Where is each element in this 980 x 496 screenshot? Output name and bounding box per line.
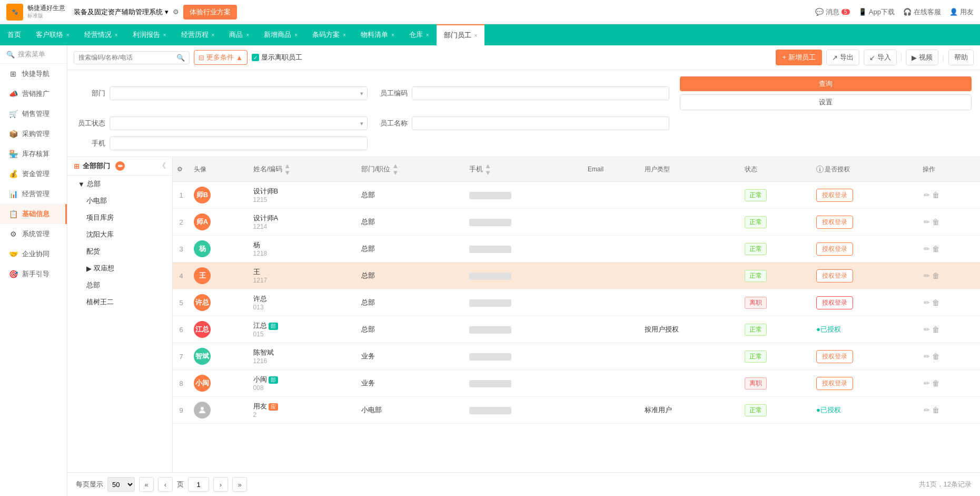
service-btn[interactable]: 🎧 在线客服 <box>903 7 941 17</box>
sidebar-item-basic-info[interactable]: 📋 基础信息 <box>0 204 67 224</box>
edit-icon[interactable]: ✏ <box>924 406 930 414</box>
auth-login-button[interactable]: 授权登录 <box>816 296 853 309</box>
delete-icon[interactable]: 🗑 <box>932 245 939 253</box>
auth-login-button[interactable]: 授权登录 <box>816 269 853 283</box>
edit-icon[interactable]: ✏ <box>924 352 930 361</box>
delete-icon[interactable]: 🗑 <box>932 352 939 361</box>
edit-icon[interactable]: ✏ <box>924 191 930 199</box>
sidebar-item-finance[interactable]: 💰 资金管理 <box>0 164 67 184</box>
edit-icon[interactable]: ✏ <box>924 298 930 307</box>
dept-edit-icon[interactable]: ✏ <box>115 161 125 171</box>
auth-login-button[interactable]: 授权登录 <box>816 377 853 390</box>
table-row: 9用友应2小电部标准用户正常●已授权✏🗑 <box>173 397 980 424</box>
sidebar-item-collab[interactable]: 🤝 企业协同 <box>0 244 67 264</box>
auth-login-button[interactable]: 授权登录 <box>816 216 853 229</box>
filter-btn[interactable]: ⊟ 更多条件 ▲ <box>194 50 248 65</box>
add-employee-button[interactable]: + 新增员工 <box>776 50 821 65</box>
delete-icon[interactable]: 🗑 <box>932 406 939 414</box>
delete-icon[interactable]: 🗑 <box>932 379 939 387</box>
code-input[interactable] <box>412 86 670 100</box>
delete-icon[interactable]: 🗑 <box>932 218 939 226</box>
tab-profit[interactable]: 利润报告× <box>125 24 174 45</box>
tab-customer[interactable]: 客户联络× <box>28 24 77 45</box>
edit-icon[interactable]: ✏ <box>924 325 930 334</box>
set-button[interactable]: 设置 <box>680 94 972 110</box>
phone-input[interactable] <box>110 137 368 150</box>
delete-icon[interactable]: 🗑 <box>932 191 939 199</box>
th-name[interactable]: 姓名/编码 ▲▼ <box>249 157 357 182</box>
tree-node-shenyang[interactable]: 沈阳大库 <box>67 226 172 243</box>
row-actions-cell: ✏🗑 <box>918 370 980 397</box>
tree-node-general[interactable]: ▼ 总部 <box>67 176 172 192</box>
export-button[interactable]: ↗ 导出 <box>826 50 859 65</box>
dept-select[interactable] <box>110 86 368 100</box>
delete-icon[interactable]: 🗑 <box>932 271 939 280</box>
status-select[interactable] <box>110 116 368 130</box>
row-usertype-cell <box>640 289 740 316</box>
prev-page-btn[interactable]: ‹ <box>158 477 173 492</box>
next-page-btn[interactable]: › <box>213 477 228 492</box>
delete-icon[interactable]: 🗑 <box>932 325 939 334</box>
row-dept-cell: 总部 <box>357 182 465 209</box>
edit-icon[interactable]: ✏ <box>924 245 930 253</box>
th-phone[interactable]: 手机 ▲▼ <box>465 157 583 182</box>
last-page-btn[interactable]: » <box>232 477 247 492</box>
th-setting[interactable]: ⚙ <box>173 157 190 182</box>
sidebar-item-management[interactable]: 📊 经营管理 <box>0 184 67 204</box>
search-input[interactable] <box>78 54 174 61</box>
view-button[interactable]: ▶ 视频 <box>906 50 938 65</box>
tab-history[interactable]: 经营历程× <box>174 24 222 45</box>
tree-node-double-temple[interactable]: ▶ 双庙想 <box>67 260 172 277</box>
page-input[interactable] <box>188 477 209 492</box>
tree-node-delivery[interactable]: 配货 <box>67 243 172 260</box>
sidebar-item-system[interactable]: ⚙ 系统管理 <box>0 224 67 244</box>
sidebar-search[interactable]: 🔍 搜索菜单 <box>0 45 67 64</box>
th-dept[interactable]: 部门/职位 ▲▼ <box>357 157 465 182</box>
tab-bom[interactable]: 物料清单× <box>353 24 402 45</box>
trial-button[interactable]: 体验行业方案 <box>183 5 237 20</box>
tree-node-general-branch[interactable]: 总部 <box>67 277 172 294</box>
auth-login-button[interactable]: 授权登录 <box>816 189 853 202</box>
tree-node-project-room[interactable]: 项目库房 <box>67 209 172 226</box>
first-page-btn[interactable]: « <box>139 477 154 492</box>
edit-icon[interactable]: ✏ <box>924 379 930 387</box>
tab-employees[interactable]: 部门员工× <box>437 24 485 45</box>
row-email-cell <box>583 370 640 397</box>
app-download-btn[interactable]: 📱 App下载 <box>858 7 895 17</box>
tab-goods[interactable]: 商品× <box>222 24 256 45</box>
per-page-select[interactable]: 50 100 <box>107 477 135 492</box>
sidebar-item-marketing[interactable]: 📣 营销推广 <box>0 84 67 104</box>
tab-barcode[interactable]: 条码方案× <box>305 24 353 45</box>
sidebar-item-sales[interactable]: 🛒 销售管理 <box>0 104 67 124</box>
help-button[interactable]: 帮助 <box>948 50 974 65</box>
employee-name: 许总 <box>253 294 353 304</box>
sidebar-item-guide[interactable]: 🎯 新手引导 <box>0 264 67 284</box>
message-btn[interactable]: 💬 消息 5 <box>815 7 850 17</box>
phone-blur <box>469 192 511 199</box>
tab-home[interactable]: 首页 <box>0 24 28 45</box>
auth-login-button[interactable]: 授权登录 <box>816 242 853 256</box>
edit-icon[interactable]: ✏ <box>924 218 930 226</box>
tab-warehouse[interactable]: 仓库× <box>402 24 437 45</box>
sidebar-item-shortcut[interactable]: ⊞ 快捷导航 <box>0 64 67 84</box>
gear-icon[interactable]: ⚙ <box>169 5 183 20</box>
name-input[interactable] <box>412 116 670 130</box>
delete-icon[interactable]: 🗑 <box>932 298 939 307</box>
tree-node-tree-king[interactable]: 植树王二 <box>67 294 172 310</box>
edit-icon[interactable]: ✏ <box>924 271 930 280</box>
employee-name: 杨 <box>253 240 353 250</box>
show-left-label[interactable]: ✓ 显示离职员工 <box>252 53 302 62</box>
auth-login-button[interactable]: 授权登录 <box>816 350 853 363</box>
tab-operation[interactable]: 经营情况× <box>77 24 125 45</box>
sidebar-item-inventory[interactable]: 🏪 库存核算 <box>0 144 67 164</box>
collapse-tree-button[interactable]: 《 <box>159 161 166 171</box>
tree-node-small-elec[interactable]: 小电部 <box>67 192 172 209</box>
row-dept-cell: 业务 <box>357 343 465 370</box>
search-button[interactable]: 查询 <box>680 76 972 91</box>
tab-add-goods[interactable]: 新增商品× <box>256 24 305 45</box>
guide-icon: 🎯 <box>8 269 18 279</box>
import-button[interactable]: ↙ 导入 <box>864 50 897 65</box>
user-btn[interactable]: 👤 用友 <box>949 7 974 17</box>
sidebar-item-purchase[interactable]: 📦 采购管理 <box>0 124 67 144</box>
row-phone-cell <box>465 262 583 289</box>
